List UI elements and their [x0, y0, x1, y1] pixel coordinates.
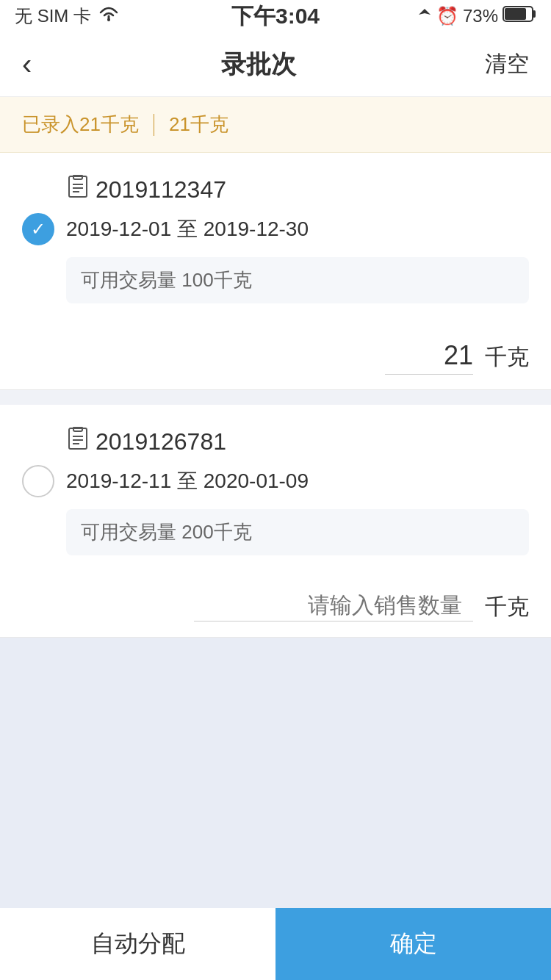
qty-unit-1: 千克 — [485, 342, 529, 372]
qty-input-2[interactable] — [194, 593, 473, 621]
svg-rect-2 — [533, 10, 536, 18]
radio-1[interactable]: ✓ — [22, 213, 54, 245]
batch-card-2: 2019126781 2019-12-11 至 2020-01-09 可用交易量… — [0, 405, 551, 638]
avail-qty-box-1: 可用交易量 100千克 — [66, 257, 529, 303]
battery-icon — [503, 5, 536, 27]
carrier-text: 无 SIM 卡 — [15, 4, 91, 28]
banner-divider — [154, 114, 154, 136]
status-bar: 无 SIM 卡 下午3:04 ⏰ 73% — [0, 0, 551, 32]
batch-id-text-1: 2019112347 — [96, 176, 226, 203]
batch-id-icon-2 — [66, 427, 90, 456]
batch-date-row-2[interactable]: 2019-12-11 至 2020-01-09 — [22, 465, 529, 497]
qty-row-1: 21 千克 — [0, 325, 551, 390]
svg-rect-3 — [505, 8, 526, 20]
nav-bar: ‹ 录批次 清空 — [0, 32, 551, 97]
page-title: 录批次 — [221, 48, 296, 82]
bottom-bar: 自动分配 确定 — [0, 908, 551, 980]
card-padding-2 — [0, 555, 551, 577]
status-left: 无 SIM 卡 — [15, 4, 120, 28]
batch-card-1: 2019112347 ✓ 2019-12-01 至 2019-12-30 可用交… — [0, 153, 551, 390]
batch-id-text-2: 2019126781 — [96, 428, 226, 455]
input-row-2[interactable]: 千克 — [0, 577, 551, 638]
battery-text: 73% — [463, 6, 498, 26]
qty-value-1: 21 — [444, 340, 473, 370]
batch-id-row-2: 2019126781 — [22, 427, 529, 456]
batch-date-text-1: 2019-12-01 至 2019-12-30 — [66, 215, 309, 243]
qty-unit-2: 千克 — [485, 592, 529, 622]
batch-item-2: 2019126781 2019-12-11 至 2020-01-09 可用交易量… — [0, 405, 551, 555]
avail-qty-box-2: 可用交易量 200千克 — [66, 509, 529, 555]
status-time: 下午3:04 — [231, 1, 320, 32]
qty-underline-1: 21 — [385, 340, 473, 375]
svg-point-0 — [107, 18, 110, 21]
back-button[interactable]: ‹ — [22, 48, 32, 81]
status-right: ⏰ 73% — [417, 5, 536, 27]
confirm-button[interactable]: 确定 — [276, 908, 551, 980]
auto-distribute-button[interactable]: 自动分配 — [0, 908, 276, 980]
separator-1 — [0, 390, 551, 405]
wifi-icon — [97, 6, 120, 26]
location-icon — [417, 6, 432, 26]
batch-date-row-1[interactable]: ✓ 2019-12-01 至 2019-12-30 — [22, 213, 529, 245]
info-banner: 已录入21千克 21千克 — [0, 97, 551, 153]
clear-button[interactable]: 清空 — [485, 49, 529, 79]
card-padding-1 — [0, 303, 551, 325]
radio-2[interactable] — [22, 465, 54, 497]
avail-qty-text-1: 可用交易量 100千克 — [81, 269, 252, 291]
batch-id-row-1: 2019112347 — [22, 175, 529, 204]
total-qty: 21千克 — [169, 112, 228, 137]
batch-id-icon-1 — [66, 175, 90, 204]
avail-qty-text-2: 可用交易量 200千克 — [81, 521, 252, 543]
check-icon-1: ✓ — [31, 219, 46, 239]
batch-date-text-2: 2019-12-11 至 2020-01-09 — [66, 467, 309, 495]
recorded-qty: 已录入21千克 — [22, 112, 139, 137]
alarm-icon: ⏰ — [436, 6, 458, 26]
batch-item-1: 2019112347 ✓ 2019-12-01 至 2019-12-30 可用交… — [0, 153, 551, 303]
